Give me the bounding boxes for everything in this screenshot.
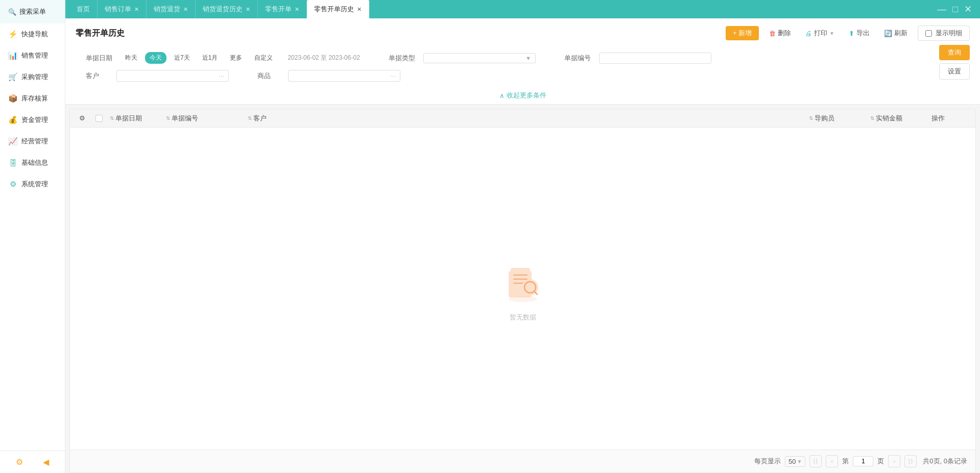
tab-home-label: 首页 [77, 5, 90, 14]
date-range-display: 2023-06-02 至 2023-06-02 [288, 54, 360, 62]
page-prev-btn[interactable]: ‹ [826, 455, 838, 467]
trending-icon: 📈 [8, 137, 17, 146]
tab-home[interactable]: 首页 [69, 0, 98, 18]
delete-icon: 🗑 [769, 30, 776, 37]
tab-retail-history-close[interactable]: ✕ [357, 7, 362, 12]
window-minimize[interactable]: — [937, 4, 946, 15]
customer-dots[interactable]: ··· [219, 72, 224, 80]
add-button[interactable]: + 新增 [726, 26, 759, 40]
date-btn-more[interactable]: 更多 [225, 52, 247, 64]
sort-icon-billno[interactable]: ⇅ [166, 115, 170, 121]
sidebar-item-jingying[interactable]: 📈 经营管理 [0, 131, 65, 152]
date-btn-last1m[interactable]: 近1月 [198, 52, 223, 64]
customer-select[interactable]: ··· [116, 70, 229, 82]
tab-retail-history[interactable]: 零售开单历史 ✕ [307, 0, 369, 18]
export-button[interactable]: ⬆ 导出 [845, 27, 874, 40]
query-button[interactable]: 查询 [939, 45, 970, 60]
table-col-customer: ⇅ 客户 [245, 110, 806, 127]
print-icon: 🖨 [805, 30, 812, 37]
tab-sales-return[interactable]: 销货退货 ✕ [147, 0, 196, 18]
bill-no-input[interactable] [599, 53, 711, 64]
filter-area: 单据日期 昨天 今天 近7天 近1月 更多 自定义 2023-06-02 至 2… [76, 47, 970, 104]
page-size-dropdown-icon: ▼ [797, 459, 802, 464]
cart-icon: 🛒 [8, 72, 17, 82]
table-col-ops: 操作 [928, 110, 969, 127]
date-btn-yesterday[interactable]: 昨天 [121, 52, 142, 64]
sort-icon-amount[interactable]: ⇅ [870, 115, 874, 121]
display-cols-checkbox[interactable] [925, 30, 932, 37]
sidebar-item-label: 采购管理 [21, 72, 48, 82]
page-first-btn[interactable]: ⟨⟨ [809, 455, 822, 467]
col-billno-label: 单据编号 [172, 114, 198, 123]
bill-type-select[interactable]: ▼ [423, 53, 536, 63]
page-size-select[interactable]: 50 ▼ [785, 456, 805, 467]
date-btn-today[interactable]: 今天 [145, 52, 166, 64]
page-number-input[interactable] [853, 456, 873, 466]
select-all-checkbox[interactable] [95, 115, 103, 122]
query-btn-area: 查询 设置 [939, 45, 970, 80]
sidebar-search[interactable]: 🔍 搜索采单 [0, 0, 65, 23]
page-total: 共0页, 0条记录 [923, 457, 967, 466]
tab-sales-return-history-close[interactable]: ✕ [246, 7, 250, 12]
content-area: 零售开单历史 + 新增 🗑 删除 🖨 打印 ▼ ⬆ [65, 18, 980, 473]
goods-dots[interactable]: ··· [390, 72, 396, 80]
col-ops-label: 操作 [931, 114, 945, 123]
tab-sales-return-history-label: 销货退货历史 [203, 5, 243, 14]
sidebar-item-caigou[interactable]: 🛒 采购管理 [0, 66, 65, 88]
page-title-row: 零售开单历史 + 新增 🗑 删除 🖨 打印 ▼ ⬆ [76, 26, 970, 41]
page-title: 零售开单历史 [76, 28, 125, 39]
filter-row-1: 单据日期 昨天 今天 近7天 近1月 更多 自定义 2023-06-02 至 2… [86, 52, 960, 64]
settings-icon[interactable]: ⚙ [16, 457, 23, 467]
table-header: ⚙ ⇅ 单据日期 ⇅ 单据编号 ⇅ 客户 ⇅ [70, 109, 975, 128]
tab-sales-order[interactable]: 销售订单 ✕ [98, 0, 147, 18]
table-col-amount: ⇅ 实销金额 [867, 110, 928, 127]
tab-retail-open[interactable]: 零售开单 ✕ [258, 0, 307, 18]
page-size-value: 50 [788, 458, 796, 465]
bill-type-label: 单据类型 [389, 54, 415, 63]
sidebar-search-label: 搜索采单 [19, 7, 46, 16]
sidebar-item-xiaoshou[interactable]: 📊 销售管理 [0, 45, 65, 66]
tab-sales-return-close[interactable]: ✕ [183, 7, 188, 12]
sort-icon-date[interactable]: ⇅ [110, 115, 114, 121]
window-close[interactable]: ✕ [964, 4, 972, 15]
table-settings-icon[interactable]: ⚙ [79, 114, 85, 122]
page-last-btn[interactable]: ⟩⟩ [904, 455, 917, 467]
window-maximize[interactable]: □ [952, 4, 958, 15]
date-btn-last7[interactable]: 近7天 [170, 52, 195, 64]
tab-bar: 首页 销售订单 ✕ 销货退货 ✕ 销货退货历史 ✕ 零售开单 ✕ 零售开单历史 … [65, 0, 980, 18]
date-btn-custom[interactable]: 自定义 [250, 52, 277, 64]
collapse-label: 收起更多条件 [507, 91, 546, 100]
tab-sales-order-close[interactable]: ✕ [134, 7, 139, 12]
sidebar-item-xitong[interactable]: ⚙ 系统管理 [0, 173, 65, 195]
bill-no-label: 单据编号 [564, 54, 591, 63]
tab-sales-return-history[interactable]: 销货退货历史 ✕ [196, 0, 258, 18]
sidebar-item-zijin[interactable]: 💰 资金管理 [0, 109, 65, 131]
bill-type-dropdown-icon: ▼ [525, 55, 531, 61]
print-button[interactable]: 🖨 打印 ▼ [801, 27, 839, 40]
sort-icon-salesperson[interactable]: ⇅ [809, 115, 813, 121]
refresh-button[interactable]: 🔄 刷新 [880, 27, 912, 40]
sidebar-item-jichu[interactable]: 🗄 基础信息 [0, 152, 65, 173]
filter-row-2: 客户 ··· 商品 ··· [86, 70, 960, 82]
tab-sales-return-label: 销货退货 [154, 5, 180, 14]
page-next-btn[interactable]: › [888, 455, 900, 467]
sidebar-item-label: 库存核算 [21, 94, 48, 103]
collapse-up-icon: ∧ [499, 92, 505, 99]
page-header: 零售开单历史 + 新增 🗑 删除 🖨 打印 ▼ ⬆ [65, 18, 980, 105]
delete-button[interactable]: 🗑 删除 [765, 27, 795, 40]
table-col-billno: ⇅ 单据编号 [163, 110, 245, 127]
money-icon: 💰 [8, 115, 17, 125]
sidebar-item-kuaijie[interactable]: ⚡ 快捷导航 [0, 23, 65, 45]
filter-settings-button[interactable]: 设置 [939, 63, 970, 80]
collapse-bar[interactable]: ∧ 收起更多条件 [86, 88, 960, 104]
sidebar-item-kucun[interactable]: 📦 库存核算 [0, 88, 65, 109]
tab-retail-open-close[interactable]: ✕ [295, 7, 299, 12]
collapse-sidebar-icon[interactable]: ◀ [43, 457, 49, 467]
export-icon: ⬆ [849, 30, 854, 37]
col-amount-label: 实销金额 [876, 114, 902, 123]
add-button-label: + 新增 [733, 29, 752, 38]
display-cols-button[interactable]: 显示明细 [918, 26, 970, 41]
refresh-button-label: 刷新 [894, 29, 907, 38]
sort-icon-customer[interactable]: ⇅ [248, 115, 252, 121]
goods-select[interactable]: ··· [288, 70, 400, 82]
